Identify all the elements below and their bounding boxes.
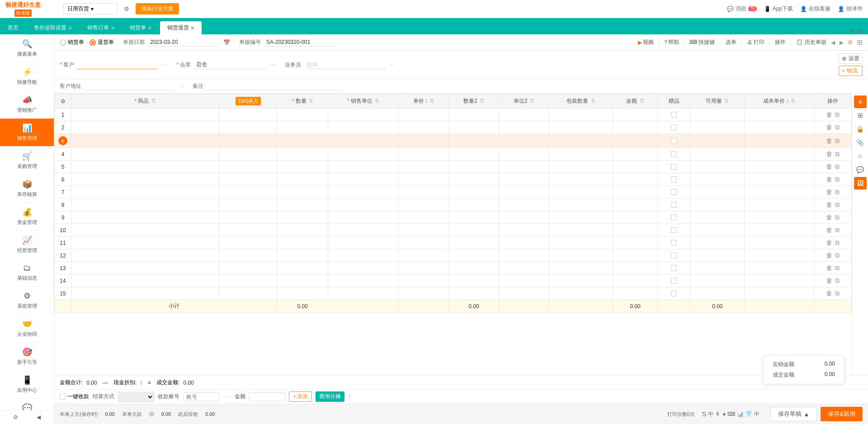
- avail-cell-15[interactable]: [690, 287, 745, 300]
- product-cell-14[interactable]: [71, 275, 219, 287]
- copy-row-8[interactable]: ⧉: [835, 201, 840, 209]
- fee-split-btn[interactable]: 费用分摊: [316, 391, 344, 402]
- product-cell-11[interactable]: [71, 237, 219, 249]
- qty-cell-6[interactable]: [277, 173, 328, 186]
- qty2-cell-3[interactable]: [449, 134, 499, 148]
- product-cell-3[interactable]: [71, 134, 219, 148]
- gift-checkbox-15[interactable]: [671, 291, 677, 296]
- unit2-cell-4[interactable]: [499, 148, 549, 161]
- unit2-cell-11[interactable]: [499, 237, 549, 249]
- cost-info-icon[interactable]: ℹ: [787, 98, 788, 104]
- side-btn-image[interactable]: 🖼: [854, 177, 867, 190]
- gift-checkbox-13[interactable]: [671, 265, 677, 271]
- copy-row-4[interactable]: ⧉: [835, 150, 840, 158]
- gift-checkbox-1[interactable]: [671, 112, 677, 118]
- pkg-cell-4[interactable]: [549, 148, 613, 161]
- unit2-cell-10[interactable]: [499, 224, 549, 237]
- qty2-cell-2[interactable]: [449, 121, 499, 134]
- amount-cell-13[interactable]: [613, 262, 658, 275]
- delete-row-5[interactable]: 🗑: [826, 163, 832, 171]
- operation-btn[interactable]: 操作: [775, 38, 786, 46]
- qty-cell-14[interactable]: [277, 275, 328, 287]
- sidebar-item-purchase[interactable]: 🛒 采购管理: [0, 147, 54, 175]
- gift-checkbox-8[interactable]: [671, 202, 677, 208]
- warehouse-select-btn[interactable]: ···: [269, 62, 278, 68]
- avail-cell-12[interactable]: [690, 249, 745, 262]
- account-select-btn[interactable]: ···: [223, 394, 231, 400]
- add-payment-btn[interactable]: + 添加: [289, 391, 312, 402]
- mic-icon[interactable]: 🎙: [715, 411, 721, 417]
- unit-cell-10[interactable]: [328, 224, 398, 237]
- unit-cell-11[interactable]: [328, 237, 398, 249]
- delete-row-13[interactable]: 🗑: [826, 264, 832, 272]
- copy-row-7[interactable]: ⧉: [835, 188, 840, 196]
- amount-cell-8[interactable]: [613, 199, 658, 211]
- price-cell-10[interactable]: [398, 224, 449, 237]
- copy-row-3[interactable]: ⧉: [835, 137, 840, 145]
- sort-qty-icon[interactable]: ⇅: [309, 98, 313, 104]
- pkg-cell-8[interactable]: [549, 199, 613, 211]
- id-input[interactable]: [264, 38, 337, 47]
- price-cell-6[interactable]: [398, 173, 449, 186]
- side-btn-chat[interactable]: 💬: [854, 163, 867, 176]
- qty-cell-12[interactable]: [277, 249, 328, 262]
- logistics-btn[interactable]: +物流: [839, 66, 863, 76]
- calendar-icon[interactable]: 📅: [223, 39, 230, 46]
- avail-cell-7[interactable]: [690, 186, 745, 199]
- cost-cell-2[interactable]: [745, 121, 814, 134]
- sidebar-item-operations[interactable]: 📈 经营管理: [0, 231, 54, 259]
- unit-cell-1[interactable]: [328, 109, 398, 121]
- unit2-cell-2[interactable]: [499, 121, 549, 134]
- unit2-cell-3[interactable]: [499, 134, 549, 148]
- radio-sales[interactable]: 销货单: [60, 38, 84, 46]
- product-cell-8[interactable]: [71, 199, 219, 211]
- amount-cell-3[interactable]: [613, 134, 658, 148]
- price-cell-12[interactable]: [398, 249, 449, 262]
- tab-home[interactable]: 首页: [0, 21, 26, 34]
- copy-row-2[interactable]: ⧉: [835, 124, 840, 131]
- qty2-cell-4[interactable]: [449, 148, 499, 161]
- amount-cell-10[interactable]: [613, 224, 658, 237]
- price-cell-3[interactable]: [398, 134, 449, 148]
- qty2-cell-6[interactable]: [449, 173, 499, 186]
- tab-sales-return[interactable]: 销货退货 ×: [160, 21, 202, 34]
- unit-cell-9[interactable]: [328, 211, 398, 224]
- price-cell-5[interactable]: [398, 161, 449, 173]
- unit-cell-6[interactable]: [328, 173, 398, 186]
- delete-row-15[interactable]: 🗑: [826, 290, 832, 297]
- price-cell-1[interactable]: [398, 109, 449, 121]
- qty-cell-13[interactable]: [277, 262, 328, 275]
- history-btn[interactable]: 📋 历史单据: [796, 38, 826, 46]
- delete-row-4[interactable]: 🗑: [826, 150, 832, 158]
- qty-cell-9[interactable]: [277, 211, 328, 224]
- sort-cost-icon[interactable]: ⇅: [791, 98, 795, 104]
- qty-cell-11[interactable]: [277, 237, 328, 249]
- gift-checkbox-11[interactable]: [671, 240, 677, 246]
- qty-cell-10[interactable]: [277, 224, 328, 237]
- product-input-3[interactable]: [75, 138, 215, 144]
- sidebar-item-search[interactable]: 🔍 搜索菜单: [0, 34, 54, 62]
- sogou-icon[interactable]: S: [702, 410, 706, 418]
- pkg-cell-12[interactable]: [549, 249, 613, 262]
- settings-icon-btn[interactable]: ⚙设置: [839, 53, 863, 64]
- zh-icon[interactable]: 中: [708, 410, 713, 418]
- product-cell-15[interactable]: [71, 287, 219, 300]
- address-input[interactable]: [84, 82, 175, 91]
- price-info-icon[interactable]: ℹ: [425, 98, 427, 104]
- pkg-cell-2[interactable]: [549, 121, 613, 134]
- unit-cell-4[interactable]: [328, 148, 398, 161]
- side-btn-list[interactable]: ⊞: [854, 109, 867, 122]
- qty2-cell-14[interactable]: [449, 275, 499, 287]
- product-cell-7[interactable]: [71, 186, 219, 199]
- settings-button[interactable]: ⚙: [121, 5, 132, 13]
- amount-cell-11[interactable]: [613, 237, 658, 249]
- pkg-cell-9[interactable]: [549, 211, 613, 224]
- avail-cell-13[interactable]: [690, 262, 745, 275]
- qty2-cell-8[interactable]: [449, 199, 499, 211]
- avail-cell-1[interactable]: [690, 109, 745, 121]
- sort-pkg-icon[interactable]: ⇅: [591, 98, 595, 104]
- unit-cell-13[interactable]: [328, 262, 398, 275]
- product-cell-9[interactable]: [71, 211, 219, 224]
- save-new-btn[interactable]: 保存&新增: [821, 407, 863, 421]
- pkg-cell-3[interactable]: [549, 134, 613, 148]
